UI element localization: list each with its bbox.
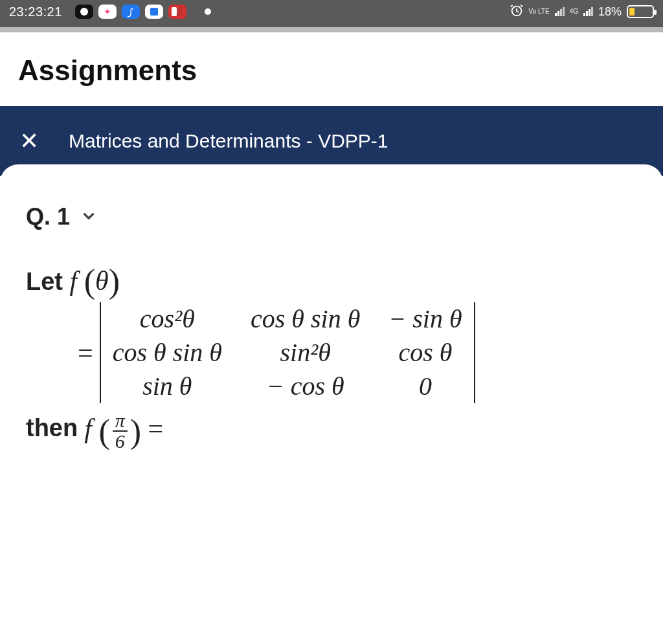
frac-num: π: [113, 411, 128, 432]
question-number: Q. 1: [26, 203, 70, 230]
f-symbol-2: f: [84, 414, 92, 443]
status-right: Vo LTE 4G 18%: [510, 3, 654, 20]
determinant-expression: = cos²θ cos θ sin θ − sin θ cos θ sin θ …: [26, 302, 637, 403]
question-card: Q. 1 Let f (θ) = cos²θ cos θ sin θ − sin…: [0, 164, 663, 644]
determinant: cos²θ cos θ sin θ − sin θ cos θ sin θ si…: [100, 302, 475, 403]
equals-det: =: [78, 338, 93, 368]
m-r2c2: sin²θ: [251, 339, 360, 367]
question-selector[interactable]: Q. 1: [26, 203, 637, 230]
m-r2c3: cos θ: [388, 339, 462, 367]
page-header: Assignments: [0, 32, 663, 106]
m-r3c3: 0: [388, 372, 462, 401]
let-line: Let f (θ): [26, 260, 637, 297]
app-icon-4: [145, 5, 163, 19]
record-dot-icon: [205, 8, 211, 15]
m-r1c1: cos²θ: [113, 305, 222, 333]
theta-1: θ: [95, 266, 109, 296]
f-symbol: f: [70, 266, 78, 296]
alarm-icon: [510, 3, 524, 20]
close-icon[interactable]: ✕: [19, 129, 39, 153]
then-line: then f (π6) =: [26, 408, 637, 449]
app-icon-5: [168, 5, 186, 19]
then-label: then: [26, 415, 78, 442]
frac-den: 6: [113, 432, 128, 451]
let-label: Let: [26, 268, 70, 295]
volte-label: Vo LTE: [529, 8, 550, 15]
pi-over-6: π6: [113, 411, 128, 451]
status-left: 23:23:21 ✦ ⟆: [9, 8, 211, 19]
app-icon-1: [75, 5, 93, 19]
m-r3c2: − cos θ: [251, 372, 360, 401]
m-r3c1: sin θ: [113, 372, 222, 401]
section-title: Matrices and Determinants - VDPP-1: [69, 130, 388, 152]
m-r1c3: − sin θ: [388, 305, 462, 333]
det-bar-right: [474, 302, 475, 403]
battery-percent: 18%: [598, 5, 622, 19]
m-r2c1: cos θ sin θ: [113, 339, 222, 367]
status-app-icons: ✦ ⟆: [75, 5, 186, 19]
status-time: 23:23:21: [9, 5, 62, 19]
signal-1-icon: [555, 7, 565, 16]
matrix-grid: cos²θ cos θ sin θ − sin θ cos θ sin θ si…: [101, 302, 474, 403]
status-bar: 23:23:21 ✦ ⟆ Vo LTE 4G 18%: [0, 0, 663, 27]
question-body: Let f (θ) = cos²θ cos θ sin θ − sin θ co…: [26, 260, 637, 449]
m-r1c2: cos θ sin θ: [251, 305, 360, 333]
battery-icon: [627, 5, 654, 18]
chevron-down-icon: [80, 203, 97, 230]
battery-fill: [629, 8, 635, 16]
final-equals: =: [148, 414, 164, 443]
4g-label: 4G: [570, 8, 578, 15]
app-icon-3: ⟆: [122, 5, 140, 19]
app-icon-2: ✦: [98, 5, 117, 19]
divider: [0, 27, 663, 32]
page-title: Assignments: [18, 54, 645, 87]
signal-2-icon: [583, 7, 593, 16]
